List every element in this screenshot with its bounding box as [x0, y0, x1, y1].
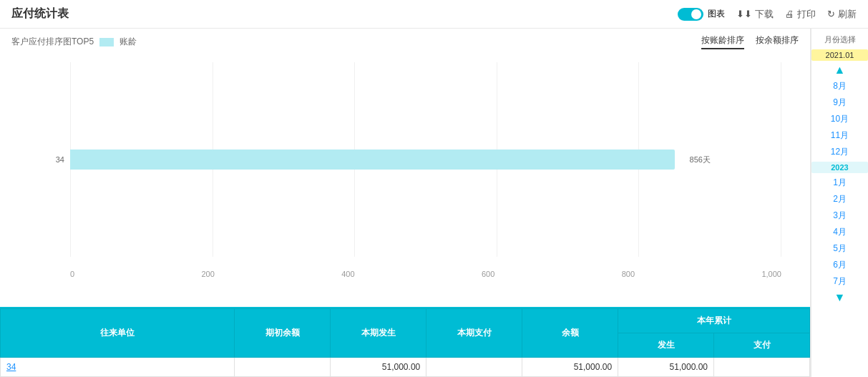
- page-title: 应付统计表: [11, 6, 69, 21]
- data-table: 往来单位 期初余额 本期发生 本期支付 余额 本年累计 发生 支付: [0, 308, 810, 377]
- print-label: 打印: [797, 8, 816, 21]
- refresh-button[interactable]: ↻ 刷新: [827, 8, 857, 21]
- bar-row-1: 34 856天: [43, 150, 781, 170]
- header: 应付统计表 图表 ⬇ 下载 🖨 打印 ↻ 刷新: [0, 0, 868, 29]
- download-button[interactable]: ⬇ 下载: [736, 8, 774, 21]
- bar-end-label: 856天: [690, 155, 711, 165]
- th-ye: 余额: [522, 309, 618, 358]
- sidebar-month-3[interactable]: 3月: [811, 207, 868, 224]
- refresh-icon: ↻: [827, 9, 835, 19]
- cell-unit: 34: [1, 358, 235, 377]
- cell-bqfs: 51,000.00: [331, 358, 426, 377]
- th-unit: 往来单位: [1, 309, 235, 358]
- sidebar-month-8[interactable]: 8月: [811, 78, 868, 94]
- chart-legend: 客户应付排序图TOP5 账龄: [11, 36, 137, 48]
- sidebar-nav-up[interactable]: ▲: [833, 62, 847, 78]
- sort-tab-age[interactable]: 按账龄排序: [701, 34, 744, 49]
- chart-area: 客户应付排序图TOP5 账龄 按账龄排序 按余额排序: [0, 29, 810, 377]
- toggle-label: 图表: [708, 8, 725, 20]
- bar-row-label: 34: [43, 155, 64, 164]
- sort-tab-balance[interactable]: 按余额排序: [756, 34, 799, 49]
- sidebar-month-10[interactable]: 10月: [811, 111, 868, 127]
- refresh-label: 刷新: [838, 8, 857, 21]
- sidebar: 月份选择 2021.01 ▲ 8月 9月 10月 11月 12月 2023 1月…: [811, 29, 868, 377]
- x-tick-4: 800: [622, 270, 635, 278]
- print-icon: 🖨: [785, 9, 794, 19]
- table-row: 34 51,000.00 51,000.00 51,000.00: [1, 358, 810, 377]
- table-area: 往来单位 期初余额 本期发生 本期支付 余额 本年累计 发生 支付: [0, 307, 810, 377]
- chart-toggle-wrap: 图表: [678, 8, 725, 21]
- sidebar-month-6[interactable]: 6月: [811, 257, 868, 273]
- sidebar-month-9[interactable]: 9月: [811, 94, 868, 111]
- bar-fill: 856天: [70, 150, 675, 170]
- sidebar-title: 月份选择: [824, 31, 856, 48]
- x-tick-5: 1,000: [761, 270, 781, 278]
- legend-box-label: 账龄: [120, 36, 137, 48]
- legend-text: 客户应付排序图TOP5: [11, 36, 94, 48]
- x-tick-1: 200: [202, 270, 215, 278]
- th-qc: 期初余额: [235, 309, 331, 358]
- sort-tabs: 按账龄排序 按余额排序: [701, 34, 799, 49]
- main-content: 客户应付排序图TOP5 账龄 按账龄排序 按余额排序: [0, 29, 868, 377]
- print-button[interactable]: 🖨 打印: [785, 8, 816, 21]
- x-tick-0: 0: [70, 270, 74, 278]
- th-bncj-group: 本年累计: [618, 309, 810, 333]
- unit-link[interactable]: 34: [6, 362, 16, 372]
- table-container: 往来单位 期初余额 本期发生 本期支付 余额 本年累计 发生 支付: [0, 308, 810, 377]
- sidebar-month-1[interactable]: 1月: [811, 175, 868, 191]
- chart-toggle[interactable]: [678, 8, 703, 21]
- cell-bnljzf: [714, 358, 810, 377]
- cell-ye: 51,000.00: [522, 358, 618, 377]
- header-actions: 图表 ⬇ 下载 🖨 打印 ↻ 刷新: [678, 8, 857, 21]
- th-bnljzf: 支付: [714, 333, 810, 358]
- bar-chart: 34 856天 0 200 400 600: [0, 55, 810, 307]
- sidebar-year-2023[interactable]: 2023: [811, 162, 868, 173]
- sidebar-month-7[interactable]: 7月: [811, 273, 868, 290]
- sidebar-nav-down[interactable]: ▼: [833, 290, 847, 305]
- x-tick-3: 600: [482, 270, 494, 278]
- sidebar-month-2[interactable]: 2月: [811, 191, 868, 207]
- sidebar-month-5[interactable]: 5月: [811, 240, 868, 257]
- download-icon: ⬇: [736, 9, 752, 19]
- cell-bqzf: [426, 358, 522, 377]
- sidebar-current-year[interactable]: 2021.01: [811, 49, 868, 61]
- th-bqfs: 本期发生: [331, 309, 426, 358]
- chart-bars: 34 856天: [43, 62, 781, 257]
- sidebar-month-11[interactable]: 11月: [811, 127, 868, 144]
- th-bnljfs: 发生: [618, 333, 714, 358]
- bar-track: 856天: [70, 150, 781, 170]
- download-label: 下载: [755, 8, 774, 21]
- table-header-row: 往来单位 期初余额 本期发生 本期支付 余额 本年累计: [1, 309, 810, 333]
- th-bqzf: 本期支付: [426, 309, 522, 358]
- sidebar-month-4[interactable]: 4月: [811, 224, 868, 240]
- x-axis: 0 200 400 600 800 1,000: [43, 270, 781, 278]
- legend-box: [99, 38, 114, 46]
- x-tick-2: 400: [341, 270, 354, 278]
- cell-bnljfs: 51,000.00: [618, 358, 714, 377]
- cell-qc: [235, 358, 331, 377]
- sidebar-month-12[interactable]: 12月: [811, 144, 868, 160]
- chart-header: 客户应付排序图TOP5 账龄 按账龄排序 按余额排序: [0, 29, 810, 55]
- chart-inner: 34 856天 0 200 400 600: [43, 62, 781, 278]
